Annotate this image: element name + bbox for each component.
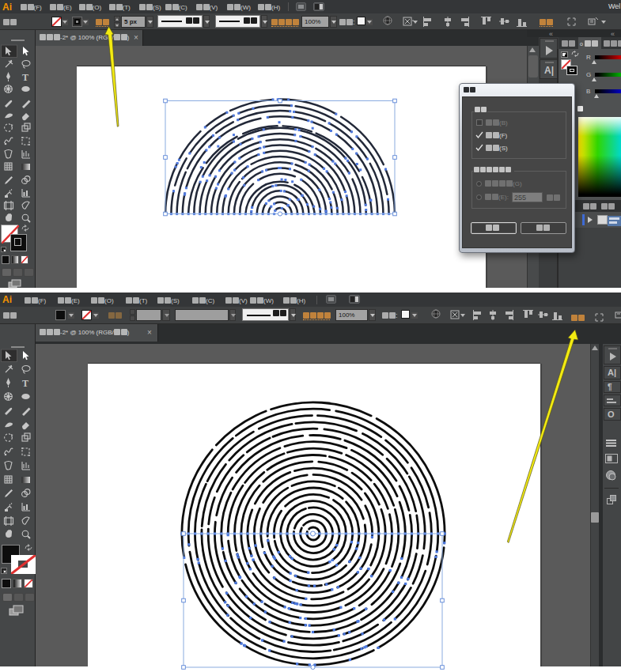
svg-text:T: T <box>22 72 28 83</box>
